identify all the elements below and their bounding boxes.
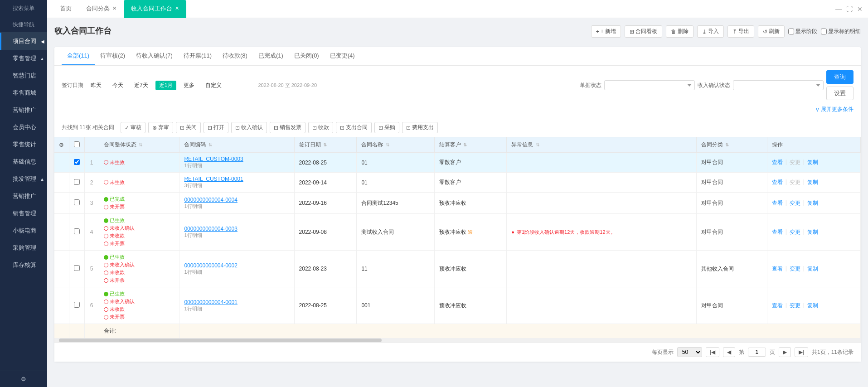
contract-code-link[interactable]: RETAIL_CUSTOM-0001: [184, 176, 243, 182]
action-expense[interactable]: ⊡ 费用支出: [402, 122, 438, 133]
sidebar-item-wholesale-mgmt[interactable]: 批发管理 ▲: [0, 170, 47, 188]
action-abandon[interactable]: ⊗ 弃审: [148, 122, 173, 133]
copy-link[interactable]: 复制: [807, 199, 818, 207]
doc-status-select[interactable]: [604, 80, 695, 90]
window-close-icon[interactable]: ✕: [857, 5, 863, 13]
show-stage-checkbox-label[interactable]: 显示阶段: [788, 28, 817, 35]
row-checkbox-cell[interactable]: [69, 173, 84, 193]
col-contract-name[interactable]: 合同名称 ⇅: [357, 137, 434, 153]
filter-custom[interactable]: 自定义: [202, 81, 225, 90]
filter-tab-pending-invoice[interactable]: 待开票(11): [178, 47, 217, 65]
row-checkbox-cell[interactable]: [69, 193, 84, 214]
tab-income-contract-close[interactable]: ✕: [175, 5, 179, 11]
contract-code-link[interactable]: 0000000000004-0003: [184, 226, 237, 232]
show-stage-checkbox[interactable]: [788, 29, 794, 34]
copy-link[interactable]: 复制: [807, 265, 818, 273]
copy-link[interactable]: 复制: [807, 228, 818, 236]
copy-link[interactable]: 复制: [807, 302, 818, 310]
prev-page-btn[interactable]: ◀: [723, 347, 735, 357]
sidebar-item-inventory[interactable]: 库存核算: [0, 256, 47, 274]
income-confirm-select[interactable]: [733, 80, 824, 90]
sidebar-item-marketing[interactable]: 营销推广: [0, 102, 47, 119]
query-button[interactable]: 查询: [826, 70, 853, 84]
tab-contract-category-close[interactable]: ✕: [112, 5, 116, 11]
sidebar-item-purchase-mgmt[interactable]: 采购管理: [0, 239, 47, 256]
filter-tab-pending-review[interactable]: 待审核(2): [95, 47, 131, 65]
copy-link[interactable]: 复制: [807, 159, 818, 166]
first-page-btn[interactable]: |◀: [706, 347, 719, 357]
sidebar-item-marketing2[interactable]: 营销推广: [0, 188, 47, 205]
new-button[interactable]: + + 新增: [591, 25, 621, 38]
copy-link[interactable]: 复制: [807, 179, 818, 186]
row-checkbox[interactable]: [74, 228, 80, 234]
view-link[interactable]: 查看: [772, 302, 783, 310]
col-contract-category[interactable]: 合同分类 ⇅: [697, 137, 767, 153]
tab-income-contract[interactable]: 收入合同工作台 ✕: [124, 0, 186, 18]
window-maximize-icon[interactable]: ⛶: [846, 5, 853, 13]
col-checkbox[interactable]: [69, 137, 84, 153]
view-link[interactable]: 查看: [772, 159, 783, 166]
select-all-checkbox[interactable]: [74, 141, 80, 147]
row-checkbox[interactable]: [74, 265, 80, 271]
change-link[interactable]: 变更: [790, 199, 800, 207]
view-link[interactable]: 查看: [772, 265, 783, 273]
filter-yesterday[interactable]: 昨天: [87, 81, 105, 90]
row-checkbox[interactable]: [74, 302, 80, 308]
sidebar-item-project[interactable]: 项目合同 ◀: [0, 33, 47, 50]
row-checkbox[interactable]: [74, 199, 80, 205]
action-payment[interactable]: ⊡ 收款: [308, 122, 333, 133]
window-minimize-icon[interactable]: —: [835, 5, 842, 13]
next-page-btn[interactable]: ▶: [779, 347, 791, 357]
change-link[interactable]: 变更: [790, 265, 800, 273]
col-abnormal-info[interactable]: 异常信息 ⇅: [507, 137, 697, 153]
col-contract-status[interactable]: 合同整体状态 ⇅: [99, 137, 179, 153]
contract-code-link[interactable]: 0000000000004-0004: [184, 197, 237, 203]
sidebar-item-retail-stat[interactable]: 零售统计: [0, 136, 47, 153]
action-print[interactable]: ⊡ 打开: [204, 122, 228, 133]
sidebar-search[interactable]: 搜索菜单: [0, 0, 47, 17]
sidebar-settings[interactable]: ⚙: [0, 371, 47, 387]
sidebar-item-sales-mgmt[interactable]: 销售管理: [0, 205, 47, 222]
col-settings[interactable]: ⚙: [54, 137, 69, 153]
filter-tab-all[interactable]: 全部(11): [62, 47, 95, 65]
action-sales-invoice[interactable]: ⊡ 销售发票: [270, 122, 305, 133]
change-link[interactable]: 变更: [790, 228, 800, 236]
row-checkbox[interactable]: [74, 159, 80, 165]
change-link[interactable]: 变更: [790, 302, 800, 310]
delete-button[interactable]: 🗑 删除: [666, 25, 693, 38]
dashboard-button[interactable]: ⊞ 合同看板: [625, 25, 662, 38]
filter-tab-pending-income[interactable]: 待收入确认(7): [131, 47, 178, 65]
filter-tab-closed[interactable]: 已关闭(0): [289, 47, 325, 65]
per-page-select[interactable]: 50 10 20 100: [677, 347, 702, 357]
horizontal-scrollbar[interactable]: [59, 339, 382, 342]
sidebar-item-xiaochange[interactable]: 小畅电商: [0, 222, 47, 239]
filter-tab-pending-payment[interactable]: 待收款(8): [217, 47, 253, 65]
row-checkbox-cell[interactable]: [69, 251, 84, 287]
settings-button[interactable]: 设置: [826, 87, 853, 100]
sidebar-item-retail-mall[interactable]: 零售商城: [0, 84, 47, 102]
show-detail-checkbox[interactable]: [821, 29, 827, 34]
action-close[interactable]: ⊡ 关闭: [176, 122, 201, 133]
col-contract-code[interactable]: 合同编码 ⇅: [179, 137, 294, 153]
last-page-btn[interactable]: ▶|: [795, 347, 808, 357]
filter-last1month[interactable]: 近1月: [155, 81, 177, 90]
tab-home[interactable]: 首页: [53, 0, 79, 18]
export-button[interactable]: ⤒ 导出: [727, 25, 754, 38]
row-checkbox-cell[interactable]: [69, 153, 84, 173]
row-checkbox-cell[interactable]: [69, 287, 84, 324]
filter-last7[interactable]: 近7天: [131, 81, 152, 90]
page-number-input[interactable]: [748, 348, 766, 357]
row-checkbox[interactable]: [74, 179, 80, 185]
sidebar-item-retail-mgmt[interactable]: 零售管理 ▲: [0, 50, 47, 67]
sidebar-item-smart-store[interactable]: 智慧门店: [0, 67, 47, 84]
row-checkbox-cell[interactable]: [69, 214, 84, 251]
change-link[interactable]: 变更: [790, 179, 800, 186]
change-link[interactable]: 变更: [790, 159, 800, 166]
filter-more[interactable]: 更多: [180, 81, 198, 90]
action-review[interactable]: ✓ 审核: [121, 122, 145, 133]
expand-btn[interactable]: ∨ 展开更多条件: [815, 106, 853, 113]
contract-code-link[interactable]: RETAIL_CUSTOM-0003: [184, 156, 243, 162]
view-link[interactable]: 查看: [772, 228, 783, 236]
filter-today[interactable]: 今天: [109, 81, 127, 90]
import-button[interactable]: ⤓ 导入: [697, 25, 724, 38]
